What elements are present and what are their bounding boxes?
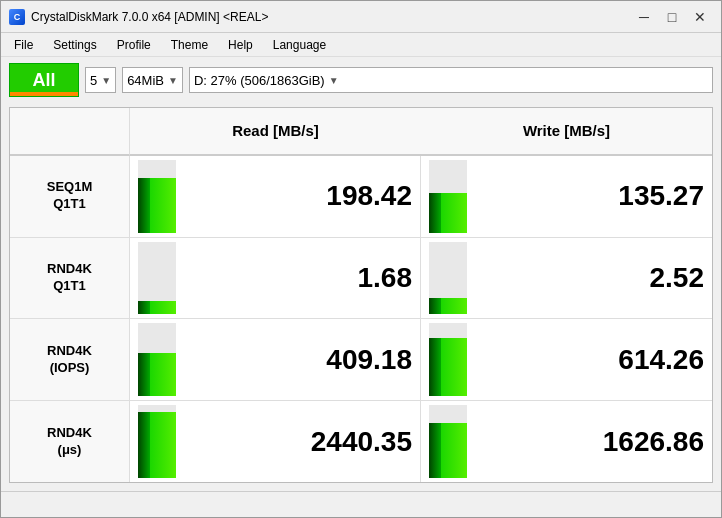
empty-header [10, 108, 130, 156]
cell-write-2: 614.26 [421, 319, 712, 401]
value-write-2: 614.26 [475, 346, 704, 374]
write-header: Write [MB/s] [421, 108, 712, 156]
value-write-1: 2.52 [475, 264, 704, 292]
title-bar-left: C CrystalDiskMark 7.0.0 x64 [ADMIN] <REA… [9, 9, 268, 25]
menu-item-language[interactable]: Language [264, 35, 335, 55]
bar-write-3 [429, 405, 467, 478]
maximize-button[interactable]: □ [659, 6, 685, 28]
count-dropdown[interactable]: 5 ▼ [85, 67, 116, 93]
app-icon: C [9, 9, 25, 25]
bar-read-0 [138, 160, 176, 233]
cell-read-1: 1.68 [130, 238, 421, 320]
row-label-0: SEQ1M Q1T1 [10, 156, 130, 238]
menu-item-help[interactable]: Help [219, 35, 262, 55]
cell-read-3: 2440.35 [130, 401, 421, 482]
value-write-3: 1626.86 [475, 428, 704, 456]
menu-item-file[interactable]: File [5, 35, 42, 55]
cell-read-0: 198.42 [130, 156, 421, 238]
count-dropdown-arrow: ▼ [101, 75, 111, 86]
bar-read-2 [138, 323, 176, 396]
results-table: Read [MB/s] Write [MB/s] SEQ1M Q1T1 198.… [9, 107, 713, 483]
main-content: Read [MB/s] Write [MB/s] SEQ1M Q1T1 198.… [1, 103, 721, 491]
size-dropdown[interactable]: 64MiB ▼ [122, 67, 183, 93]
all-button[interactable]: All [9, 63, 79, 97]
value-read-1: 1.68 [184, 264, 412, 292]
status-bar [1, 491, 721, 517]
bar-write-0 [429, 160, 467, 233]
app-window: C CrystalDiskMark 7.0.0 x64 [ADMIN] <REA… [0, 0, 722, 518]
read-header: Read [MB/s] [130, 108, 421, 156]
menu-item-profile[interactable]: Profile [108, 35, 160, 55]
bar-write-1 [429, 242, 467, 315]
cell-write-0: 135.27 [421, 156, 712, 238]
window-title: CrystalDiskMark 7.0.0 x64 [ADMIN] <REAL> [31, 10, 268, 24]
menu-bar: FileSettingsProfileThemeHelpLanguage [1, 33, 721, 57]
minimize-button[interactable]: ─ [631, 6, 657, 28]
toolbar: All 5 ▼ 64MiB ▼ D: 27% (506/1863GiB) ▼ [1, 57, 721, 103]
window-controls: ─ □ ✕ [631, 6, 713, 28]
cell-read-2: 409.18 [130, 319, 421, 401]
bar-read-3 [138, 405, 176, 478]
drive-dropdown[interactable]: D: 27% (506/1863GiB) ▼ [189, 67, 713, 93]
menu-item-settings[interactable]: Settings [44, 35, 105, 55]
cell-write-1: 2.52 [421, 238, 712, 320]
value-write-0: 135.27 [475, 182, 704, 210]
value-read-2: 409.18 [184, 346, 412, 374]
menu-item-theme[interactable]: Theme [162, 35, 217, 55]
drive-dropdown-arrow: ▼ [329, 75, 339, 86]
value-read-3: 2440.35 [184, 428, 412, 456]
bar-write-2 [429, 323, 467, 396]
value-read-0: 198.42 [184, 182, 412, 210]
cell-write-3: 1626.86 [421, 401, 712, 482]
row-label-3: RND4K (μs) [10, 401, 130, 482]
row-label-1: RND4K Q1T1 [10, 238, 130, 320]
size-dropdown-arrow: ▼ [168, 75, 178, 86]
title-bar: C CrystalDiskMark 7.0.0 x64 [ADMIN] <REA… [1, 1, 721, 33]
row-label-2: RND4K (IOPS) [10, 319, 130, 401]
bar-read-1 [138, 242, 176, 315]
close-button[interactable]: ✕ [687, 6, 713, 28]
